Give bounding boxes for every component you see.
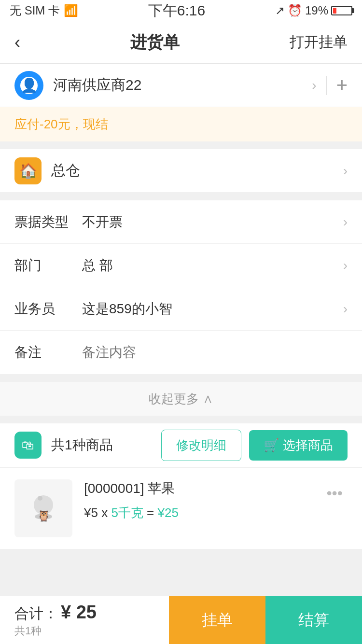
status-bar: 无 SIM 卡 📶 下午6:16 ↗ ⏰ 19%: [0, 0, 362, 21]
product-thumb-icon: 🦉: [27, 491, 60, 525]
product-icon: 🛍: [14, 432, 42, 459]
remark-row: 备注: [0, 331, 362, 374]
salesperson-label: 业务员: [14, 300, 72, 318]
warehouse-label: 总仓: [51, 161, 343, 181]
total-sub: 共1种: [14, 624, 154, 638]
total-main: 合计： ¥ 25: [14, 602, 154, 624]
supplier-section: 👤 河南供应商22 › + 应付-20元，现结: [0, 64, 362, 141]
checkout-button[interactable]: 结算: [265, 596, 362, 644]
collapse-bar[interactable]: 收起更多 ∧: [0, 382, 362, 416]
notice-text: 应付-20元，现结: [14, 117, 108, 131]
battery-fill: [333, 8, 336, 14]
nav-bar: ‹ 进货单 打开挂单: [0, 21, 362, 64]
equals-sign: =: [147, 505, 157, 520]
ticket-type-value: 不开票: [72, 213, 343, 231]
total-amount: ¥ 25: [61, 602, 97, 623]
department-row[interactable]: 部门 总 部 ›: [0, 244, 362, 287]
total-label: 合计：: [14, 604, 58, 624]
status-right: ↗ ⏰ 19%: [275, 4, 352, 17]
collapse-label: 收起更多 ∧: [149, 391, 213, 407]
select-product-button[interactable]: 🛒 选择商品: [249, 430, 348, 461]
salesperson-value: 这是859的小智: [72, 300, 343, 318]
product-name: [0000001] 苹果: [84, 479, 321, 498]
bottom-total: 合计： ¥ 25 共1种: [0, 602, 169, 638]
salesperson-row[interactable]: 业务员 这是859的小智 ›: [0, 287, 362, 331]
battery-indicator: [331, 6, 352, 15]
back-button[interactable]: ‹: [14, 32, 20, 53]
product-code: [0000001]: [84, 481, 144, 496]
product-count-label: 共1种商品: [51, 436, 161, 454]
add-supplier-button[interactable]: +: [336, 74, 348, 96]
product-card: 🦉 [0000001] 苹果 ¥5 x 5千克 = ¥25 •••: [0, 468, 362, 549]
product-price: ¥5 x 5千克 = ¥25: [84, 504, 321, 521]
supplier-chevron-icon: ›: [312, 78, 316, 93]
product-info: [0000001] 苹果 ¥5 x 5千克 = ¥25: [84, 479, 321, 521]
divider: [326, 76, 327, 95]
battery-percent: 19%: [305, 4, 328, 17]
main-content: 👤 河南供应商22 › + 应付-20元，现结 🏠 总仓 › 票据类型 不开票 …: [0, 64, 362, 605]
product-more-button[interactable]: •••: [321, 479, 348, 507]
remark-input[interactable]: [72, 345, 348, 360]
alarm-icon: ⏰: [288, 4, 302, 17]
status-left: 无 SIM 卡 📶: [10, 3, 78, 18]
location-icon: ↗: [275, 4, 285, 17]
hang-button[interactable]: 挂单: [169, 596, 265, 644]
notice-bar: 应付-20元，现结: [0, 107, 362, 141]
time-label: 下午6:16: [148, 1, 205, 21]
open-hang-button[interactable]: 打开挂单: [290, 32, 348, 52]
person-icon: 👤: [21, 77, 38, 93]
form-section: 票据类型 不开票 › 部门 总 部 › 业务员 这是859的小智 › 备注: [0, 200, 362, 374]
product-header: 🛍 共1种商品 修改明细 🛒 选择商品: [0, 423, 362, 467]
price-value: ¥5: [84, 505, 98, 520]
qty-value: 5千克: [111, 505, 143, 520]
salesperson-chevron-icon: ›: [343, 301, 348, 317]
select-product-label: 选择商品: [283, 437, 333, 454]
ticket-type-chevron-icon: ›: [343, 214, 348, 230]
ticket-type-label: 票据类型: [14, 213, 72, 231]
wifi-icon: 📶: [64, 4, 78, 17]
department-value: 总 部: [72, 256, 343, 275]
warehouse-section: 🏠 总仓 ›: [0, 149, 362, 193]
product-thumbnail: 🦉: [14, 479, 72, 537]
warehouse-icon: 🏠: [14, 157, 42, 184]
svg-point-1: [38, 496, 42, 501]
avatar-inner: 👤: [20, 77, 38, 94]
multiply-sign: x: [101, 505, 111, 520]
supplier-row[interactable]: 👤 河南供应商22 › +: [0, 64, 362, 107]
page-title: 进货单: [130, 31, 180, 54]
remark-label: 备注: [14, 343, 72, 362]
department-chevron-icon: ›: [343, 258, 348, 273]
warehouse-row[interactable]: 🏠 总仓 ›: [0, 149, 362, 193]
ticket-type-row[interactable]: 票据类型 不开票 ›: [0, 200, 362, 244]
total-value: ¥25: [158, 505, 179, 520]
product-title: 苹果: [148, 481, 175, 496]
supplier-name: 河南供应商22: [53, 75, 312, 95]
carrier-label: 无 SIM 卡: [10, 3, 60, 18]
svg-text:🦉: 🦉: [37, 509, 51, 522]
warehouse-chevron-icon: ›: [343, 163, 348, 179]
cart-icon: 🛒: [264, 438, 279, 453]
department-label: 部门: [14, 256, 72, 275]
edit-detail-button[interactable]: 修改明细: [161, 430, 241, 461]
supplier-avatar: 👤: [14, 71, 43, 100]
bottom-bar: 合计： ¥ 25 共1种 挂单 结算: [0, 596, 362, 644]
